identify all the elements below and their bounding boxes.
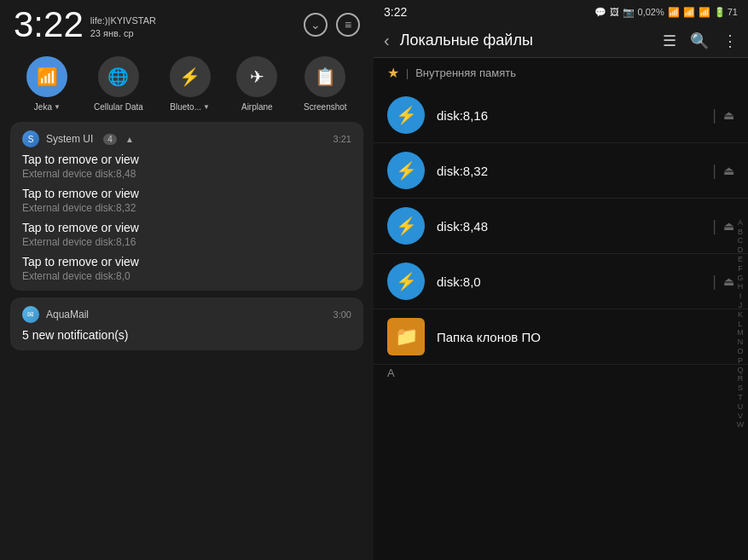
status-bar: 3:22 life:)|KYIVSTAR 23 янв. ср ⌄ ≡: [0, 0, 374, 46]
right-status-icons: 💬 🖼 📷 0,02% 📶 📶 📶 🔋 71: [594, 7, 738, 18]
airplane-label: Airplane: [241, 102, 273, 112]
alpha-w[interactable]: W: [737, 420, 745, 430]
aquamail-item-0[interactable]: 5 new notification(s): [22, 328, 351, 342]
system-ui-app: S System UI 4 ▲: [22, 130, 134, 147]
alpha-k[interactable]: K: [738, 310, 743, 320]
more-icon[interactable]: ⋮: [722, 32, 738, 50]
file-item-disk816[interactable]: ⚡ disk:8,16 | ⏏: [374, 88, 748, 143]
screenshot-icon: 📋: [315, 66, 336, 87]
alpha-n[interactable]: N: [738, 338, 744, 347]
aquamail-header: ✉ AquaMail 3:00: [22, 306, 351, 323]
alpha-l[interactable]: L: [738, 320, 742, 329]
notif-title-2: Tap to remove or view: [22, 221, 351, 234]
toolbar-actions: ☰ 🔍 ⋮: [663, 32, 738, 50]
cellular-circle[interactable]: 🌐: [98, 56, 139, 97]
folder-icon-0: 📁: [387, 318, 425, 355]
cellular-label: Cellular Data: [94, 102, 143, 112]
alpha-index[interactable]: A B C D E F G H I J K L M N O P Q R S T …: [733, 88, 748, 560]
aquamail-name: AquaMail: [46, 309, 89, 320]
right-time: 3:22: [384, 5, 407, 19]
file-name-0: disk:8,16: [437, 108, 700, 123]
alpha-m[interactable]: M: [737, 328, 744, 338]
notif-item-1[interactable]: Tap to remove or view External device di…: [22, 187, 351, 214]
notif-item-3[interactable]: Tap to remove or view External device di…: [22, 255, 351, 282]
file-sep-3: |: [712, 273, 716, 291]
wifi-circle[interactable]: 📶: [26, 56, 67, 97]
file-actions-2: | ⏏: [712, 217, 734, 235]
wifi-label: Jeka ▼: [34, 102, 61, 112]
aquamail-app: ✉ AquaMail: [22, 306, 89, 323]
notif-title-1: Tap to remove or view: [22, 187, 351, 200]
system-ui-icon: S: [22, 130, 39, 147]
file-list: ⚡ disk:8,16 | ⏏ ⚡ disk:8,32 | ⏏ ⚡ disk:8…: [374, 88, 748, 560]
menu-icon[interactable]: ≡: [336, 13, 360, 37]
alpha-q[interactable]: Q: [737, 366, 743, 375]
bluetooth-circle[interactable]: ⚡: [170, 56, 211, 97]
file-sep-2: |: [712, 217, 716, 235]
alpha-v[interactable]: V: [738, 412, 743, 421]
alpha-c[interactable]: C: [738, 236, 744, 245]
toggle-screenshot[interactable]: 📋 Screenshot: [304, 56, 347, 112]
alpha-h[interactable]: H: [738, 282, 744, 292]
aquamail-time: 3:00: [333, 309, 351, 320]
alpha-t[interactable]: T: [738, 393, 743, 402]
file-sep-1: |: [712, 162, 716, 180]
search-icon[interactable]: 🔍: [690, 32, 709, 50]
file-item-disk848[interactable]: ⚡ disk:8,48 | ⏏: [374, 199, 748, 254]
alpha-u[interactable]: U: [738, 402, 744, 412]
dropdown-icon[interactable]: ⌄: [304, 13, 328, 37]
file-sep-0: |: [712, 107, 716, 124]
file-item-disk832[interactable]: ⚡ disk:8,32 | ⏏: [374, 143, 748, 199]
percent-label: 0,02%: [638, 7, 664, 17]
alpha-s[interactable]: S: [738, 384, 743, 393]
carrier-block: life:)|KYIVSTAR 23 янв. ср: [90, 14, 156, 43]
signal2-icon: 📶: [699, 7, 710, 18]
alpha-r[interactable]: R: [738, 374, 744, 384]
back-button[interactable]: ‹: [384, 31, 390, 50]
notif-title-0: Tap to remove or view: [22, 153, 351, 166]
alpha-i[interactable]: I: [739, 292, 742, 301]
file-item-disk80[interactable]: ⚡ disk:8,0 | ⏏: [374, 254, 748, 309]
battery-label: 🔋 71: [714, 7, 738, 18]
airplane-circle[interactable]: ✈: [236, 56, 277, 97]
bluetooth-arrow: ▼: [203, 103, 210, 111]
alpha-d[interactable]: D: [738, 245, 744, 255]
alpha-o[interactable]: O: [737, 347, 743, 356]
notif-sub-0: External device disk:8,48: [22, 168, 351, 180]
carrier-name: life:)|KYIVSTAR: [90, 14, 156, 26]
star-icon[interactable]: ★: [387, 65, 399, 81]
toggle-cellular[interactable]: 🌐 Cellular Data: [94, 56, 143, 112]
screenshot-circle[interactable]: 📋: [304, 56, 345, 97]
bluetooth-label: Blueto... ▼: [170, 102, 210, 112]
bluetooth-icon: ⚡: [179, 66, 200, 87]
usb-icon-3: ⚡: [387, 263, 425, 300]
airplane-icon: ✈: [250, 66, 264, 87]
current-time: 3:22: [14, 7, 84, 43]
file-item-folder[interactable]: 📁 Папка клонов ПО: [374, 309, 748, 365]
toggle-airplane[interactable]: ✈ Airplane: [236, 56, 277, 112]
list-view-icon[interactable]: ☰: [663, 32, 676, 50]
breadcrumb-text: Внутренняя память: [415, 66, 516, 79]
image-icon: 🖼: [610, 7, 619, 17]
notif-item-2[interactable]: Tap to remove or view External device di…: [22, 221, 351, 248]
alpha-j[interactable]: J: [739, 301, 743, 310]
alpha-b[interactable]: B: [738, 228, 743, 237]
toggle-wifi[interactable]: 📶 Jeka ▼: [26, 56, 67, 112]
file-actions-0: | ⏏: [712, 107, 734, 124]
file-name-1: disk:8,32: [437, 164, 700, 178]
alpha-a[interactable]: A: [738, 218, 743, 228]
alpha-g[interactable]: G: [737, 274, 743, 283]
system-ui-card[interactable]: S System UI 4 ▲ 3:21 Tap to remove or vi…: [10, 122, 363, 291]
usb-icon-2: ⚡: [387, 207, 425, 245]
system-ui-time: 3:21: [333, 134, 351, 144]
toggle-bluetooth[interactable]: ⚡ Blueto... ▼: [170, 56, 211, 112]
notif-item-0[interactable]: Tap to remove or view External device di…: [22, 153, 351, 180]
aquamail-title-0: 5 new notification(s): [22, 328, 351, 342]
usb-icon-1: ⚡: [387, 152, 425, 189]
alpha-e[interactable]: E: [738, 255, 743, 264]
aquamail-card[interactable]: ✉ AquaMail 3:00 5 new notification(s): [10, 297, 363, 350]
left-panel: 3:22 life:)|KYIVSTAR 23 янв. ср ⌄ ≡ 📶 Je…: [0, 0, 374, 560]
alpha-f[interactable]: F: [738, 264, 743, 274]
alpha-p[interactable]: P: [738, 356, 743, 366]
wifi-icon: 📶: [37, 66, 58, 87]
